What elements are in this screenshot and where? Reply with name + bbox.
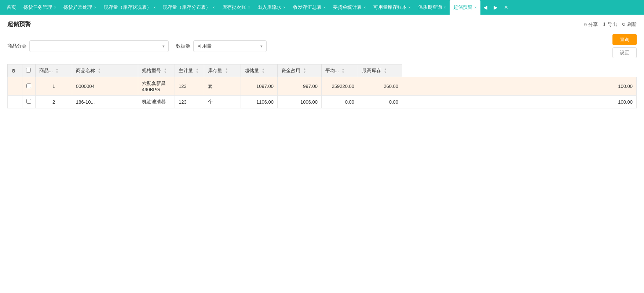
col-overstock-header[interactable]: 超储量 ▲ ▼ — [241, 64, 278, 77]
close-overstock-warning-icon[interactable]: × — [474, 5, 476, 10]
settings-button[interactable]: 设置 — [612, 47, 637, 58]
col-unit-header[interactable]: 主计量 ▲ ▼ — [175, 64, 204, 77]
row-capital: 259220.00 — [322, 77, 358, 96]
tab-pick-exception[interactable]: 拣货异常处理 × — [60, 0, 100, 15]
row-checkbox-cell — [22, 96, 36, 108]
col-product-code-header[interactable]: 商品... ▲ ▼ — [36, 64, 72, 77]
col-checkbox — [22, 64, 36, 77]
row-capital: 0.00 — [322, 96, 358, 108]
filter-buttons: 查询 设置 — [612, 34, 637, 58]
close-recv-send-icon[interactable]: × — [323, 5, 326, 10]
row-unit: 套 — [204, 77, 241, 96]
close-demand-stats-icon[interactable]: × — [363, 5, 366, 10]
data-table: ⚙ 商品... ▲ ▼ 商品名称 ▲ ▼ — [7, 64, 637, 108]
select-all-checkbox[interactable] — [26, 68, 31, 73]
close-stock-status-icon[interactable]: × — [153, 5, 155, 10]
share-icon: ⎋ — [584, 22, 587, 27]
row-checkbox-1[interactable] — [26, 99, 31, 104]
row-stock: 1097.00 — [241, 77, 278, 96]
refresh-button[interactable]: ↻ 刷新 — [622, 21, 637, 28]
nav-close-button[interactable]: ✕ — [501, 0, 511, 15]
row-max-stock: 100.00 — [402, 96, 637, 108]
refresh-icon: ↻ — [622, 22, 626, 27]
row-overstock: 997.00 — [278, 77, 322, 96]
nav-prev-button[interactable]: ◀ — [480, 0, 491, 15]
row-stock: 1106.00 — [241, 96, 278, 108]
tab-stock-dist[interactable]: 现存量（库存分布表） × — [159, 0, 218, 15]
header-actions: ⎋ 分享 ⬇ 导出 ↻ 刷新 — [584, 21, 637, 28]
page-content: 超储预警 ⎋ 分享 ⬇ 导出 ↻ 刷新 商品分类 ▾ 数据源 — [0, 15, 644, 293]
col-product-name-header[interactable]: 商品名称 ▲ ▼ — [72, 64, 138, 77]
category-chevron-icon: ▾ — [162, 44, 165, 49]
tab-overstock-warning[interactable]: 超储预警 × — [450, 0, 480, 15]
tab-demand-stats[interactable]: 要货单统计表 × — [329, 0, 369, 15]
row-num: 2 — [36, 96, 72, 108]
row-spec: 123 — [175, 96, 204, 108]
col-gear[interactable]: ⚙ — [8, 64, 22, 77]
close-stock-dist-icon[interactable]: × — [212, 5, 215, 10]
topbar: 首页 拣货任务管理 × 拣货异常处理 × 现存量（库存状况表） × 现存量（库存… — [0, 0, 644, 15]
tab-available-ledger[interactable]: 可用量库存账本 × — [370, 0, 414, 15]
table-row: 1 0000004 六配套新昌490BPG 123 套 1097.00 997.… — [8, 77, 637, 96]
col-stock-header[interactable]: 库存量 ▲ ▼ — [204, 64, 241, 77]
row-gear-cell — [8, 96, 22, 108]
tab-inout-flow[interactable]: 出入库流水 × — [254, 0, 289, 15]
export-button[interactable]: ⬇ 导出 — [602, 21, 617, 28]
tab-shelf-life[interactable]: 保质期查询 × — [414, 0, 450, 15]
row-product-name: 机油滤清器 — [138, 96, 175, 108]
row-avg: 260.00 — [358, 77, 402, 96]
table-header-row: ⚙ 商品... ▲ ▼ 商品名称 ▲ ▼ — [8, 64, 637, 77]
row-num: 1 — [36, 77, 72, 96]
close-shelf-life-icon[interactable]: × — [444, 5, 446, 10]
table-row: 2 186-10... 机油滤清器 123 个 1106.00 1006.00 … — [8, 96, 637, 108]
datasource-filter: 数据源 可用量 ▾ — [176, 40, 267, 52]
row-avg: 0.00 — [358, 96, 402, 108]
category-label: 商品分类 — [7, 43, 26, 49]
row-overstock: 1006.00 — [278, 96, 322, 108]
datasource-label: 数据源 — [176, 43, 190, 49]
page-title: 超储预警 — [7, 21, 31, 28]
tab-home[interactable]: 首页 — [3, 0, 20, 15]
col-capital-header[interactable]: 资金占用 ▲ ▼ — [278, 64, 322, 77]
category-select[interactable]: ▾ — [29, 40, 169, 52]
tab-batch-account[interactable]: 库存批次账 × — [219, 0, 254, 15]
row-checkbox-0[interactable] — [26, 84, 31, 88]
close-pick-task-icon[interactable]: × — [54, 5, 56, 10]
close-batch-account-icon[interactable]: × — [248, 5, 250, 10]
tab-stock-status[interactable]: 现存量（库存状况表） × — [100, 0, 159, 15]
col-max-stock-header[interactable]: 最高库存 ▲ ▼ — [358, 64, 402, 77]
row-checkbox-cell — [22, 77, 36, 96]
page-header: 超储预警 ⎋ 分享 ⬇ 导出 ↻ 刷新 — [7, 21, 637, 28]
row-max-stock: 100.00 — [402, 77, 637, 96]
tab-pick-task[interactable]: 拣货任务管理 × — [20, 0, 60, 15]
row-spec: 123 — [175, 77, 204, 96]
tab-recv-send-summary[interactable]: 收发存汇总表 × — [289, 0, 329, 15]
datasource-chevron-icon: ▾ — [260, 44, 263, 49]
row-unit: 个 — [204, 96, 241, 108]
gear-icon: ⚙ — [11, 68, 16, 74]
col-spec-header[interactable]: 规格型号 ▲ ▼ — [138, 64, 175, 77]
row-product-code: 0000004 — [72, 77, 138, 96]
close-available-ledger-icon[interactable]: × — [409, 5, 411, 10]
row-product-name: 六配套新昌490BPG — [138, 77, 175, 96]
datasource-select[interactable]: 可用量 ▾ — [193, 40, 267, 52]
close-inout-flow-icon[interactable]: × — [283, 5, 285, 10]
close-pick-exception-icon[interactable]: × — [94, 5, 96, 10]
share-button[interactable]: ⎋ 分享 — [584, 21, 598, 28]
nav-next-button[interactable]: ▶ — [491, 0, 501, 15]
query-button[interactable]: 查询 — [612, 34, 637, 45]
datasource-value: 可用量 — [197, 43, 212, 49]
filter-bar: 商品分类 ▾ 数据源 可用量 ▾ 查询 设置 — [7, 34, 637, 58]
row-product-code: 186-10... — [72, 96, 138, 108]
row-gear-cell — [8, 77, 22, 96]
category-filter: 商品分类 ▾ — [7, 40, 169, 52]
col-avg-header[interactable]: 平均... ▲ ▼ — [322, 64, 358, 77]
export-icon: ⬇ — [602, 22, 606, 27]
